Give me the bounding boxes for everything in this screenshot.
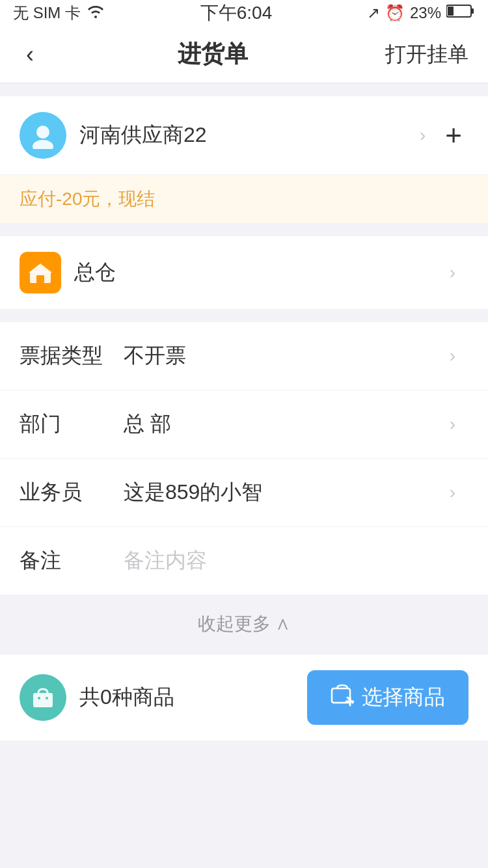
svg-point-4 [33,140,53,149]
back-button[interactable]: ‹ [20,34,40,75]
department-row[interactable]: 部门 总 部 › [0,390,488,459]
no-sim-text: 无 SIM 卡 [13,3,81,23]
status-left: 无 SIM 卡 [13,3,105,23]
warehouse-icon [20,252,61,293]
collapse-row[interactable]: 收起更多 ∧ [0,595,488,653]
invoice-type-label: 票据类型 [20,342,111,370]
svg-point-3 [36,126,49,139]
svg-rect-7 [36,275,44,283]
select-product-label: 选择商品 [362,683,445,712]
svg-rect-2 [448,7,454,16]
bottom-bar: 共0种商品 选择商品 [0,655,488,740]
department-chevron-icon: › [450,414,455,435]
invoice-type-chevron-icon: › [450,346,455,366]
salesperson-value: 这是859的小智 [111,478,450,507]
alarm-icon: ⏰ [385,4,405,22]
select-product-icon [331,683,354,712]
select-product-button[interactable]: 选择商品 [307,670,468,725]
alert-banner: 应付-20元，现结 [0,175,488,223]
department-label: 部门 [20,410,111,439]
page-title: 进货单 [178,38,248,70]
supplier-avatar [20,112,66,159]
supplier-row[interactable]: 河南供应商22 › + [0,96,488,175]
warehouse-row[interactable]: 总仓 › [0,236,488,309]
salesperson-chevron-icon: › [450,482,455,503]
status-time: 下午6:04 [200,1,273,25]
remark-value: 备注内容 [111,547,468,575]
salesperson-row[interactable]: 业务员 这是859的小智 › [0,459,488,527]
remark-row[interactable]: 备注 备注内容 [0,527,488,595]
invoice-type-row[interactable]: 票据类型 不开票 › [0,322,488,390]
supplier-name: 河南供应商22 [79,121,420,150]
warehouse-name: 总仓 [74,258,450,287]
invoice-type-value: 不开票 [111,342,450,370]
open-hang-order-button[interactable]: 打开挂单 [385,40,468,69]
status-right: ↗ ⏰ 23% [367,4,475,22]
add-supplier-button[interactable]: + [439,121,468,150]
salesperson-label: 业务员 [20,478,111,507]
product-count-icon [20,674,66,721]
form-section: 票据类型 不开票 › 部门 总 部 › 业务员 这是859的小智 › 备注 备注… [0,322,488,595]
svg-marker-6 [29,264,52,273]
remark-label: 备注 [20,547,111,575]
svg-rect-1 [471,8,474,14]
gray-area [0,740,488,868]
nav-bar: ‹ 进货单 打开挂单 [0,26,488,83]
battery-icon [446,4,475,22]
supplier-chevron-icon: › [420,125,426,146]
product-count-text: 共0种商品 [79,683,174,712]
svg-point-9 [38,697,40,699]
svg-rect-8 [33,693,53,707]
battery-text: 23% [410,4,441,22]
product-count-left: 共0种商品 [20,674,174,721]
svg-point-10 [46,697,48,699]
warehouse-chevron-icon: › [450,262,455,283]
department-value: 总 部 [111,410,450,439]
status-bar: 无 SIM 卡 下午6:04 ↗ ⏰ 23% [0,0,488,26]
content-area: 河南供应商22 › + 应付-20元，现结 总仓 › 票据类型 不开票 › 部门… [0,96,488,868]
location-icon: ↗ [367,4,380,22]
wifi-icon [86,4,105,22]
supplier-section: 河南供应商22 › + 应付-20元，现结 [0,96,488,223]
